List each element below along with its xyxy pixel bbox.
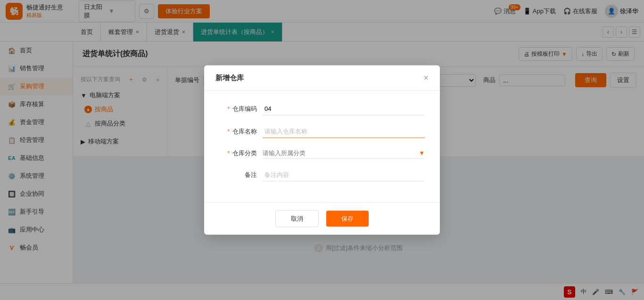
modal-header: 新增仓库 × <box>204 66 440 91</box>
category-dropdown-icon[interactable]: ▼ <box>419 150 425 157</box>
required-star-code: * <box>227 105 230 112</box>
required-star-category: * <box>227 150 230 157</box>
form-row-remark: 备注 <box>219 168 425 182</box>
form-category-label: * 仓库分类 <box>219 149 257 158</box>
code-input[interactable] <box>263 102 425 116</box>
modal-body: * 仓库编码 * 仓库名称 * 仓库分类 ▼ <box>204 91 440 202</box>
remark-input[interactable] <box>263 168 425 182</box>
category-select-row[interactable]: ▼ <box>263 148 425 159</box>
remark-label-text: 备注 <box>245 171 257 178</box>
form-row-code: * 仓库编码 <box>219 102 425 116</box>
modal-title: 新增仓库 <box>215 74 244 83</box>
modal-close-btn[interactable]: × <box>423 73 429 83</box>
form-name-label: * 仓库名称 <box>219 127 257 136</box>
form-remark-label: 备注 <box>219 171 257 179</box>
form-row-category: * 仓库分类 ▼ <box>219 148 425 159</box>
name-input[interactable] <box>263 125 425 138</box>
save-button[interactable]: 保存 <box>326 211 369 227</box>
form-code-label: * 仓库编码 <box>219 105 257 113</box>
category-input[interactable] <box>263 150 419 157</box>
add-warehouse-modal: 新增仓库 × * 仓库编码 * 仓库名称 * 仓库分类 <box>204 66 440 235</box>
code-label-text: 仓库编码 <box>232 105 257 112</box>
form-row-name: * 仓库名称 <box>219 125 425 138</box>
cancel-button[interactable]: 取消 <box>275 210 319 227</box>
modal-footer: 取消 保存 <box>204 202 440 235</box>
required-star-name: * <box>227 128 230 135</box>
name-label-text: 仓库名称 <box>232 128 257 135</box>
category-label-text: 仓库分类 <box>232 150 257 157</box>
